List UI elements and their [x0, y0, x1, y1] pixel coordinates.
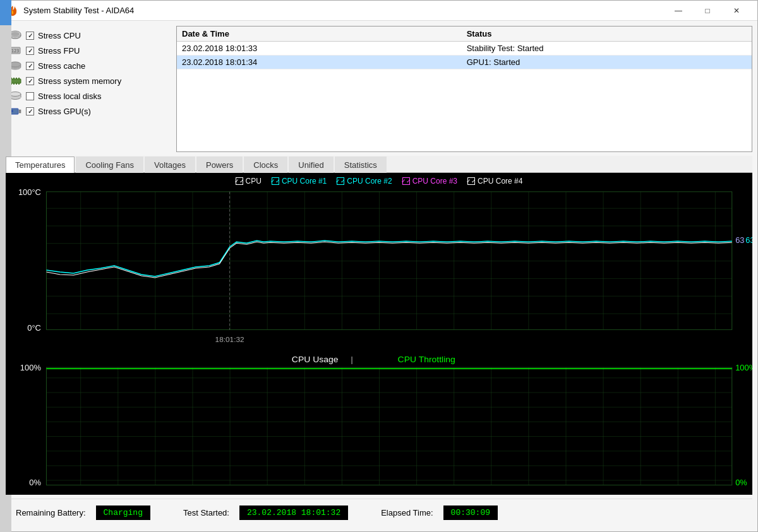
tab-powers[interactable]: Powers — [196, 157, 243, 173]
tab-unified[interactable]: Unified — [289, 157, 333, 173]
titlebar: System Stability Test - AIDA64 — □ ✕ — [1, 1, 757, 21]
svg-text:100°C: 100°C — [18, 188, 41, 196]
tab-bar: Temperatures Cooling Fans Voltages Power… — [6, 156, 752, 173]
temp-chart: ✓ CPU ✓ CPU Core #1 ✓ CPU Core #2 — [6, 173, 752, 348]
charts-area: ✓ CPU ✓ CPU Core #1 ✓ CPU Core #2 — [6, 173, 752, 495]
stress-disk-checkbox[interactable] — [26, 92, 34, 100]
svg-text:18:01:32: 18:01:32 — [215, 336, 244, 344]
battery-value: Charging — [96, 505, 150, 520]
stress-cpu-label: Stress CPU — [38, 31, 81, 40]
tabs-section: Temperatures Cooling Fans Voltages Power… — [6, 156, 752, 495]
stress-cpu-checkbox[interactable] — [26, 32, 34, 40]
titlebar-left: System Stability Test - AIDA64 — [7, 5, 134, 16]
log-row-2: 23.02.2018 18:01:34 GPU1: Started — [177, 56, 752, 69]
tab-voltages[interactable]: Voltages — [145, 157, 195, 173]
elapsed-time-label: Elapsed Time: — [381, 508, 433, 517]
legend-cpu-label: CPU — [246, 177, 262, 186]
stress-fpu-label: Stress FPU — [38, 46, 80, 56]
legend-core1-check[interactable]: ✓ — [272, 177, 279, 185]
stress-gpu-label: Stress GPU(s) — [38, 107, 91, 116]
svg-rect-23 — [19, 110, 21, 113]
status-bar: Remaining Battery: Charging Test Started… — [6, 499, 752, 526]
stress-cache-item[interactable]: Stress cache — [6, 59, 170, 73]
close-button[interactable]: ✕ — [722, 1, 751, 21]
legend-core2[interactable]: ✓ CPU Core #2 — [337, 177, 392, 186]
svg-text:63: 63 — [745, 237, 752, 245]
svg-text:100%: 100% — [735, 364, 752, 373]
maximize-button[interactable]: □ — [693, 1, 722, 21]
test-started-label: Test Started: — [183, 508, 229, 517]
svg-rect-25 — [46, 192, 731, 330]
svg-text:100%: 100% — [20, 364, 41, 373]
log-table: Date & Time Status 23.02.2018 18:01:33 S… — [176, 26, 752, 152]
stress-memory-checkbox[interactable] — [26, 77, 34, 85]
elapsed-time-value: 00:30:09 — [443, 505, 498, 520]
log-header-status: Status — [462, 27, 752, 42]
main-window: System Stability Test - AIDA64 — □ ✕ — [0, 0, 758, 532]
legend-core2-check[interactable]: ✓ — [337, 177, 344, 185]
legend-core2-label: CPU Core #2 — [347, 177, 392, 186]
svg-text:0°C: 0°C — [27, 324, 41, 333]
log-row-1-status: Stability Test: Started — [462, 42, 752, 56]
svg-rect-33 — [46, 367, 731, 485]
legend-core4[interactable]: ✓ CPU Core #4 — [467, 177, 522, 186]
temp-chart-svg: 100°C 0°C 63 63 18:01:32 — [6, 173, 752, 348]
stress-memory-label: Stress system memory — [38, 76, 121, 86]
svg-text:CPU Throttling: CPU Throttling — [398, 355, 455, 365]
stress-gpu-checkbox[interactable] — [26, 107, 34, 115]
stress-gpu-item[interactable]: Stress GPU(s) — [6, 104, 170, 118]
log-row-2-status: GPU1: Started — [462, 56, 752, 69]
legend-core4-label: CPU Core #4 — [478, 177, 522, 186]
legend-core1[interactable]: ✓ CPU Core #1 — [272, 177, 327, 186]
svg-text:63: 63 — [735, 237, 744, 245]
svg-text:CPU Usage: CPU Usage — [292, 355, 339, 365]
svg-rect-11 — [16, 78, 17, 80]
temp-chart-legend: ✓ CPU ✓ CPU Core #1 ✓ CPU Core #2 — [6, 177, 752, 186]
legend-core4-check[interactable]: ✓ — [467, 177, 475, 185]
svg-rect-16 — [18, 83, 20, 85]
test-started-value: 23.02.2018 18:01:32 — [239, 505, 348, 520]
main-content: Stress CPU 123 Stress FPU — [1, 21, 757, 531]
log-header-datetime: Date & Time — [177, 27, 462, 42]
stress-cpu-item[interactable]: Stress CPU — [6, 28, 170, 42]
svg-text:|: | — [351, 355, 353, 365]
minimize-button[interactable]: — — [664, 1, 693, 21]
stress-disk-label: Stress local disks — [38, 92, 101, 101]
stress-memory-item[interactable]: Stress system memory — [6, 74, 170, 88]
stress-fpu-item[interactable]: 123 Stress FPU — [6, 44, 170, 57]
stress-options-panel: Stress CPU 123 Stress FPU — [6, 26, 170, 152]
legend-cpu-check[interactable]: ✓ — [236, 177, 243, 185]
battery-label: Remaining Battery: — [16, 508, 86, 517]
stress-disk-item[interactable]: Stress local disks — [6, 89, 170, 103]
titlebar-controls: — □ ✕ — [664, 1, 751, 21]
legend-core1-label: CPU Core #1 — [282, 177, 327, 186]
svg-text:123: 123 — [11, 49, 20, 54]
svg-rect-10 — [13, 78, 15, 80]
tab-cooling-fans[interactable]: Cooling Fans — [76, 157, 143, 173]
svg-rect-12 — [18, 78, 20, 80]
usage-chart: CPU Usage | CPU Throttling 100% 0% 100% … — [6, 348, 752, 495]
legend-core3-label: CPU Core #3 — [412, 177, 457, 186]
log-row-1: 23.02.2018 18:01:33 Stability Test: Star… — [177, 42, 752, 56]
svg-rect-15 — [16, 83, 17, 85]
stress-cache-checkbox[interactable] — [26, 62, 34, 70]
log-row-2-datetime: 23.02.2018 18:01:34 — [177, 56, 462, 69]
legend-core3[interactable]: ✓ CPU Core #3 — [402, 177, 457, 186]
stress-fpu-checkbox[interactable] — [26, 47, 34, 55]
usage-chart-svg: CPU Usage | CPU Throttling 100% 0% 100% … — [6, 348, 752, 495]
legend-cpu[interactable]: ✓ CPU — [236, 177, 262, 186]
svg-point-2 — [11, 32, 20, 37]
window-title: System Stability Test - AIDA64 — [23, 6, 134, 15]
svg-text:0%: 0% — [29, 478, 41, 487]
log-row-1-datetime: 23.02.2018 18:01:33 — [177, 42, 462, 56]
svg-rect-14 — [13, 83, 15, 85]
tab-statistics[interactable]: Statistics — [335, 157, 387, 173]
legend-core3-check[interactable]: ✓ — [402, 177, 410, 185]
top-section: Stress CPU 123 Stress FPU — [6, 26, 752, 152]
stress-cache-label: Stress cache — [38, 61, 85, 71]
tab-temperatures[interactable]: Temperatures — [6, 157, 75, 173]
tab-clocks[interactable]: Clocks — [244, 157, 287, 173]
svg-text:0%: 0% — [735, 478, 747, 487]
